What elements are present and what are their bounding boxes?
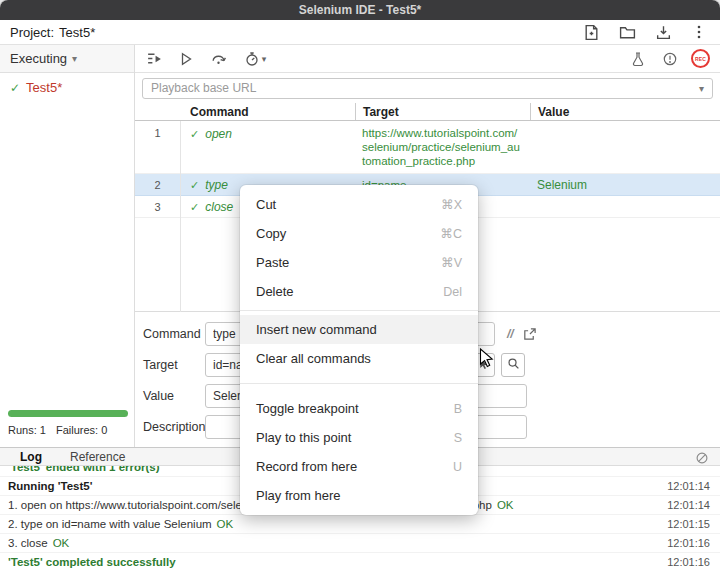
check-icon: ✓ — [190, 179, 199, 192]
test-name: Test5* — [26, 80, 62, 95]
command-cell: open — [205, 127, 232, 141]
menu-item-play-from-here[interactable]: Play from here — [240, 481, 478, 510]
new-project-button[interactable] — [580, 21, 602, 43]
open-project-button[interactable] — [616, 21, 638, 43]
view-selector-dropdown[interactable]: Executing ▾ — [0, 45, 134, 73]
value-field-label: Value — [143, 389, 205, 403]
progress-bar — [8, 410, 128, 417]
menu-item-copy[interactable]: Copy ⌘C — [240, 219, 478, 248]
step-over-icon — [210, 50, 227, 67]
shortcut-label: S — [454, 431, 462, 445]
rec-label: REC — [695, 56, 706, 62]
shortcut-label: ⌘V — [441, 255, 462, 270]
shortcut-label: U — [453, 460, 462, 474]
step-over-button[interactable] — [207, 48, 229, 70]
menu-item-paste[interactable]: Paste ⌘V — [240, 248, 478, 277]
flask-icon — [630, 51, 646, 67]
check-icon: ✓ — [190, 128, 199, 141]
open-reference-button[interactable] — [520, 324, 540, 344]
column-header-value: Value — [530, 103, 720, 120]
exclamation-circle-icon — [662, 51, 678, 67]
target-cell: https://www.tutorialspoint.com/selenium/… — [355, 126, 530, 168]
description-field-label: Description — [143, 420, 205, 434]
download-icon — [655, 24, 672, 41]
more-menu-button[interactable] — [688, 21, 710, 43]
context-menu: Cut ⌘X Copy ⌘C Paste ⌘V Delete Del Inser… — [240, 185, 478, 515]
column-header-target: Target — [355, 103, 530, 120]
column-header-command: Command — [180, 105, 355, 119]
ok-badge: OK — [53, 537, 70, 549]
menu-item-toggle-breakpoint[interactable]: Toggle breakpoint B — [240, 394, 478, 423]
run-summary: Runs: 1 Failures: 0 — [8, 424, 107, 436]
tab-log[interactable]: Log — [20, 450, 42, 464]
window-title: Selenium IDE - Test5* — [299, 3, 421, 17]
pause-on-exceptions-button[interactable] — [659, 48, 681, 70]
log-timestamp: 12:01:16 — [659, 556, 710, 568]
menu-item-cut[interactable]: Cut ⌘X — [240, 190, 478, 219]
save-project-button[interactable] — [652, 21, 674, 43]
circle-slash-icon — [695, 451, 709, 465]
clear-log-button[interactable] — [694, 450, 710, 466]
log-timestamp: 12:01:15 — [659, 518, 710, 530]
disable-breakpoints-button[interactable] — [627, 48, 649, 70]
command-field-label: Command — [143, 327, 205, 341]
target-field-label: Target — [143, 358, 205, 372]
menu-item-clear-all-commands[interactable]: Clear all commands — [240, 344, 478, 373]
shortcut-label: Del — [443, 285, 462, 299]
titlebar: Selenium IDE - Test5* — [0, 0, 720, 20]
chevron-down-icon: ▾ — [699, 83, 704, 94]
project-label: Project: — [10, 25, 54, 40]
menu-separator — [240, 383, 478, 384]
pointer-icon — [477, 357, 490, 373]
project-name: Test5* — [59, 25, 95, 40]
menu-item-delete[interactable]: Delete Del — [240, 277, 478, 306]
shortcut-label: B — [454, 402, 462, 416]
row-number: 2 — [135, 179, 180, 191]
log-entry: 'Test5' completed successfully 12:01:16 — [0, 553, 720, 571]
log-entry: 3. close OK 12:01:16 — [0, 534, 720, 553]
row-number: 1 — [135, 126, 180, 139]
failures-count: Failures: 0 — [56, 424, 107, 436]
log-entry: 2. type on id=name with value Selenium O… — [0, 515, 720, 534]
test-list-item[interactable]: ✓ Test5* — [0, 73, 134, 102]
menu-item-insert-new-command[interactable]: Insert new command — [240, 315, 478, 344]
value-cell: Selenium — [530, 178, 720, 192]
view-selector-label: Executing — [10, 51, 67, 66]
table-row[interactable]: 1 ✓ open https://www.tutorialspoint.com/… — [135, 121, 720, 174]
kebab-menu-icon — [691, 24, 707, 40]
external-link-icon — [522, 327, 537, 342]
row-number: 3 — [135, 201, 180, 213]
test-speed-button[interactable]: ▾ — [239, 48, 271, 70]
menu-item-record-from-here[interactable]: Record from here U — [240, 452, 478, 481]
ok-badge: OK — [497, 499, 514, 511]
menu-item-play-to-this-point[interactable]: Play to this point S — [240, 423, 478, 452]
log-timestamp: 12:01:14 — [659, 499, 710, 511]
run-current-test-button[interactable] — [175, 48, 197, 70]
toolbar-right-group: REC — [627, 48, 712, 70]
playback-base-url-input[interactable] — [142, 78, 713, 99]
command-cell: close — [205, 200, 233, 214]
log-timestamp: 12:01:16 — [659, 537, 710, 549]
project-title: Project:Test5* — [10, 25, 95, 40]
playback-base-url-row: ▾ — [135, 73, 720, 103]
chevron-down-icon: ▾ — [262, 54, 267, 64]
check-icon: ✓ — [190, 201, 199, 214]
selenium-ide-window: Selenium IDE - Test5* Project:Test5* — [0, 0, 720, 571]
check-icon: ✓ — [10, 81, 20, 95]
playlist-play-icon — [146, 50, 163, 67]
tab-reference[interactable]: Reference — [70, 450, 125, 464]
play-icon — [178, 51, 194, 67]
ok-badge: OK — [217, 518, 234, 530]
comment-toggle-button[interactable]: // — [505, 327, 516, 341]
command-table-header: Command Target Value — [135, 103, 720, 121]
header-actions — [580, 21, 710, 43]
file-plus-icon — [583, 24, 600, 41]
sidebar: Executing ▾ ✓ Test5* Runs: 1 Failures: 0 — [0, 45, 135, 447]
record-button[interactable]: REC — [691, 49, 710, 68]
command-cell: type — [205, 178, 228, 192]
run-all-tests-button[interactable] — [143, 48, 165, 70]
find-target-button[interactable] — [501, 353, 525, 377]
chevron-down-icon: ▾ — [72, 53, 77, 64]
log-timestamp: 12:01:14 — [659, 480, 710, 492]
runs-count: Runs: 1 — [8, 424, 46, 436]
